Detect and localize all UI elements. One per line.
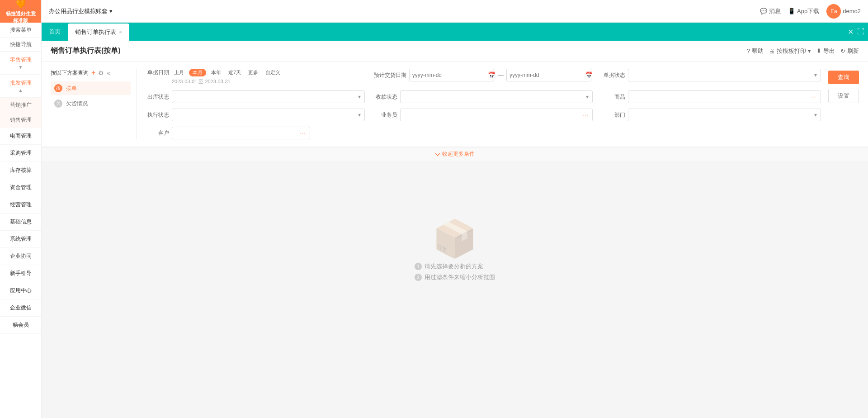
sidebar-item-retail[interactable]: 零售管理 ▼ xyxy=(0,52,41,75)
scheme-item-按单[interactable]: 按 按单 xyxy=(51,81,131,95)
company-dropdown[interactable]: 办公用品行业模拟账套 ▾ xyxy=(49,7,113,15)
exec-select[interactable]: ▾ xyxy=(172,109,365,121)
message-btn[interactable]: 💬 消息 xyxy=(760,7,781,15)
date-field-label: 单据日期 xyxy=(146,69,169,76)
refresh-label: 刷新 xyxy=(847,47,859,55)
scheme-item-欠货[interactable]: 欠 欠货情况 xyxy=(51,97,131,110)
dept-field: 部门 ▾ xyxy=(602,109,821,121)
sidebar-item-sales[interactable]: 销售管理 xyxy=(0,113,41,128)
date-btn-last-month[interactable]: 上月 xyxy=(172,69,186,76)
empty-state: 📦 1 请先选择要分析的方案 2 用过滤条件来缩小分析范围 xyxy=(42,161,868,342)
sidebar-item-operations[interactable]: 经营管理 xyxy=(0,196,41,214)
help-label: 帮助 xyxy=(752,47,764,55)
filter-row-2: 出库状态 ▾ xyxy=(146,90,821,103)
page-title: 销售订单执行表(按单) xyxy=(51,46,121,56)
exec-row: 执行状态 ▾ xyxy=(146,109,365,121)
date-field: 单据日期 上月 本月 本年 近7天 更多 自定义 xyxy=(146,69,365,85)
download-icon: 📱 xyxy=(788,8,795,14)
filter-row-1: 单据日期 上月 本月 本年 近7天 更多 自定义 xyxy=(146,69,821,85)
username-label: demo2 xyxy=(843,8,861,14)
customer-select[interactable]: ··· xyxy=(172,127,310,139)
product-row: 商品 ··· xyxy=(602,90,821,103)
filter-right-panel: 单据日期 上月 本月 本年 近7天 更多 自定义 xyxy=(137,69,859,139)
topbar-right: 💬 消息 📱 App下载 Ea demo2 xyxy=(760,4,861,19)
maximize-icon[interactable]: ⛶ xyxy=(857,28,864,36)
sidebar-item-enterprise[interactable]: 企业协同 xyxy=(0,248,41,265)
refresh-btn[interactable]: ↻ 刷新 xyxy=(840,47,859,55)
order-status-field: 单据状态 ▾ xyxy=(602,69,821,85)
sidebar-item-basic-info[interactable]: 基础信息 xyxy=(0,214,41,231)
close-window-icon[interactable]: ✕ xyxy=(848,28,854,36)
tab-home[interactable]: 首页 xyxy=(42,23,68,41)
settings-btn[interactable]: 设置 xyxy=(828,89,859,103)
sidebar-item-system[interactable]: 系统管理 xyxy=(0,231,41,248)
tab-close-icon[interactable]: × xyxy=(119,29,122,35)
date-btn-7days[interactable]: 近7天 xyxy=(226,69,243,76)
product-dots: ··· xyxy=(811,94,817,100)
sidebar-item-member[interactable]: 畅会员 xyxy=(0,317,41,334)
sidebar-item-ecommerce[interactable]: 电商管理 xyxy=(0,128,41,145)
product-select[interactable]: ··· xyxy=(628,90,821,103)
filter-panel-title: 按以下方案查询 xyxy=(51,69,89,77)
sidebar-item-label: 资金管理 xyxy=(10,184,32,191)
customer-dots: ··· xyxy=(300,130,306,136)
product-label: 商品 xyxy=(602,93,625,101)
collapse-panel-btn[interactable]: « xyxy=(107,69,110,76)
add-scheme-btn[interactable]: + xyxy=(91,69,95,77)
app-name: 畅捷通好生意 xyxy=(6,10,36,17)
search-menu[interactable]: 搜索菜单 xyxy=(0,23,41,38)
salesperson-label: 业务员 xyxy=(374,111,397,119)
order-status-select[interactable]: ▾ xyxy=(628,69,821,81)
expected-delivery-field: 预计交货日期 📅 — 📅 xyxy=(374,69,593,85)
tabbar-actions: ✕ ⛶ xyxy=(848,28,868,36)
shipment-select[interactable]: ▾ xyxy=(172,90,365,103)
sidebar-item-finance[interactable]: 资金管理 xyxy=(0,179,41,196)
sidebar-item-onboarding[interactable]: 新手引导 xyxy=(0,265,41,282)
filter-container: 按以下方案查询 + ⚙ « 按 按单 欠 欠货情况 xyxy=(42,62,868,147)
sidebar-item-wechat[interactable]: 企业微信 xyxy=(0,299,41,317)
filter-buttons: 查询 设置 xyxy=(828,69,859,139)
date-btn-more[interactable]: 更多 xyxy=(246,69,260,76)
scheme-label-按单: 按单 xyxy=(66,85,77,92)
sidebar-item-marketing[interactable]: 营销推广 xyxy=(0,98,41,113)
help-btn[interactable]: ? 帮助 xyxy=(747,47,764,55)
date-btn-this-year[interactable]: 本年 xyxy=(209,69,223,76)
sidebar-item-label: 基础信息 xyxy=(10,218,32,226)
shipment-row: 出库状态 ▾ xyxy=(146,90,365,103)
settings-scheme-btn[interactable]: ⚙ xyxy=(98,69,104,76)
sidebar-item-label: 批发管理 xyxy=(10,79,32,87)
collapse-more-btn[interactable]: 收起更多条件 xyxy=(42,147,868,161)
calendar-icon-end[interactable]: 📅 xyxy=(585,71,593,79)
date-btn-custom[interactable]: 自定义 xyxy=(263,69,283,76)
message-label: 消息 xyxy=(769,7,781,15)
payment-select[interactable]: ▾ xyxy=(400,90,593,103)
query-btn[interactable]: 查询 xyxy=(828,71,859,84)
page-header: 销售订单执行表(按单) ? 帮助 🖨 按模板打印 ▾ ⬇ 导出 ↻ 刷新 xyxy=(42,41,868,62)
empty-illustration: 📦 xyxy=(432,221,477,257)
filter-fields: 单据日期 上月 本月 本年 近7天 更多 自定义 xyxy=(146,69,821,139)
app-download-btn[interactable]: 📱 App下载 xyxy=(788,7,819,15)
tab-sales-exec-label: 销售订单执行表 xyxy=(75,28,116,36)
tab-sales-exec[interactable]: 销售订单执行表 × xyxy=(68,24,129,41)
sidebar-item-label: 企业协同 xyxy=(10,252,32,260)
dept-select[interactable]: ▾ xyxy=(628,109,821,121)
salesperson-select[interactable]: ··· xyxy=(400,109,593,121)
print-icon: 🖨 xyxy=(769,48,775,54)
calendar-icon-start[interactable]: 📅 xyxy=(488,71,495,79)
app-logo[interactable]: 🧡 畅捷通好生意 标准版 xyxy=(0,0,41,23)
sidebar-item-app-center[interactable]: 应用中心 xyxy=(0,282,41,299)
user-menu[interactable]: Ea demo2 xyxy=(826,4,861,19)
delivery-date-end[interactable] xyxy=(506,69,591,81)
sidebar-item-inventory[interactable]: 库存核算 xyxy=(0,162,41,179)
scheme-label-欠货: 欠货情况 xyxy=(66,100,88,108)
template-print-btn[interactable]: 🖨 按模板打印 ▾ xyxy=(769,47,811,55)
delivery-date-start[interactable] xyxy=(409,69,494,81)
quick-nav[interactable]: 快捷导航 xyxy=(0,38,41,52)
dept-label: 部门 xyxy=(602,111,625,119)
hint-text-2: 用过滤条件来缩小分析范围 xyxy=(425,273,495,281)
sidebar-item-wholesale[interactable]: 批发管理 ▲ xyxy=(0,75,41,98)
date-btn-this-month[interactable]: 本月 xyxy=(189,69,206,76)
sidebar-item-purchase[interactable]: 采购管理 xyxy=(0,145,41,162)
export-btn[interactable]: ⬇ 导出 xyxy=(816,47,835,55)
shipment-arrow: ▾ xyxy=(358,94,361,100)
